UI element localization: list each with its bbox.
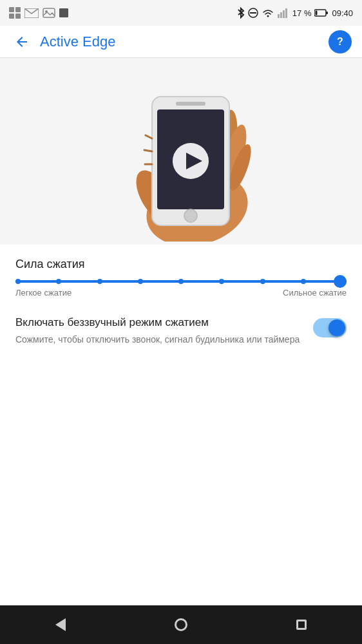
status-time: 09:40 <box>332 8 353 18</box>
bottom-nav-bar <box>0 605 362 644</box>
svg-rect-7 <box>283 10 285 18</box>
google-apps-icon <box>9 7 21 19</box>
back-nav-button[interactable] <box>48 612 73 638</box>
content-area: Сила сжатия Легкое сжатие Сильн <box>0 245 362 359</box>
slider-dots <box>15 279 347 284</box>
slider-range-labels: Легкое сжатие Сильное сжатие <box>15 288 347 298</box>
recents-nav-icon <box>296 620 307 630</box>
toggle-title: Включать беззвучный режим сжатием <box>15 316 303 330</box>
slider-container[interactable] <box>15 280 347 283</box>
slider-dot <box>56 279 61 284</box>
back-nav-icon <box>55 618 66 631</box>
page-title: Active Edge <box>33 33 329 50</box>
slider-dot <box>97 279 102 284</box>
svg-line-24 <box>146 135 152 138</box>
svg-line-25 <box>144 150 152 151</box>
svg-rect-6 <box>280 12 282 18</box>
svg-rect-8 <box>285 8 287 18</box>
image-icon <box>43 8 55 18</box>
toggle-thumb <box>329 319 345 336</box>
slider-max-label: Сильное сжатие <box>283 288 347 298</box>
recents-nav-button[interactable] <box>289 612 314 638</box>
signal-icon <box>278 8 289 18</box>
signal-block-icon <box>248 8 258 18</box>
slider-dot <box>260 279 265 284</box>
gmail-icon <box>24 8 39 18</box>
toggle-switch[interactable] <box>313 318 347 337</box>
home-nav-button[interactable] <box>168 612 194 638</box>
slider-dot <box>301 279 306 284</box>
svg-rect-20 <box>176 102 205 106</box>
slider-min-label: Легкое сжатие <box>15 288 71 298</box>
svg-point-21 <box>184 209 197 222</box>
slider-section: Сила сжатия Легкое сжатие Сильн <box>15 258 347 298</box>
slider-dot <box>15 279 21 284</box>
slider-label: Сила сжатия <box>15 258 347 271</box>
toggle-section: Включать беззвучный режим сжатием Сожмит… <box>15 316 347 346</box>
home-nav-icon <box>175 618 187 631</box>
help-button[interactable]: ? <box>329 30 352 53</box>
app-nav-bar: Active Edge ? <box>0 26 362 58</box>
battery-icon <box>314 9 329 17</box>
status-bar-left-icons <box>9 7 68 19</box>
svg-rect-1 <box>43 8 55 17</box>
wifi-icon <box>262 8 274 18</box>
illustration-area[interactable] <box>0 58 362 245</box>
battery-percent: 17 % <box>292 8 312 18</box>
status-bar-right-icons: 17 % 09:40 <box>237 7 353 19</box>
toggle-description: Сожмите, чтобы отключить звонок, сигнал … <box>15 334 303 346</box>
back-button[interactable] <box>10 30 33 53</box>
slider-dot <box>138 279 143 284</box>
slider-thumb[interactable] <box>334 275 347 288</box>
slider-dot <box>178 279 184 284</box>
slider-dot <box>219 279 224 284</box>
status-bar: 17 % 09:40 <box>0 0 362 26</box>
svg-rect-10 <box>326 12 328 14</box>
phone-hand-illustration <box>97 61 265 242</box>
square-icon <box>59 8 68 17</box>
svg-rect-11 <box>316 11 318 15</box>
svg-rect-5 <box>278 14 280 18</box>
slider-track <box>15 280 347 283</box>
bluetooth-icon <box>237 7 245 19</box>
toggle-content: Включать беззвучный режим сжатием Сожмит… <box>15 316 303 346</box>
